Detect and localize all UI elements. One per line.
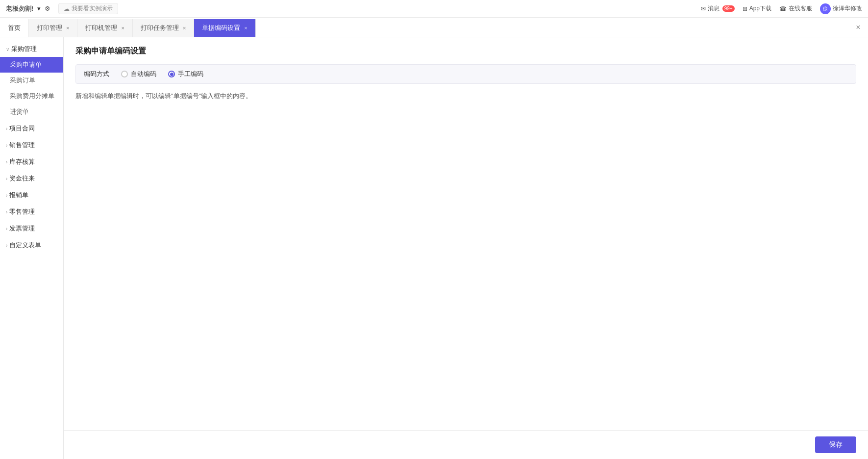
- radio-auto-label: 自动编码: [131, 70, 156, 78]
- content-footer: 保存: [64, 430, 868, 459]
- user-profile[interactable]: 徐 徐泽华修改: [820, 3, 862, 14]
- code-mode-label: 编码方式: [84, 70, 109, 78]
- sidebar-group-project: › 项目合同: [0, 121, 63, 136]
- radio-manual-code[interactable]: 手工编码: [168, 70, 203, 78]
- window-close-button[interactable]: ×: [848, 18, 868, 37]
- sidebar-group-purchase: ∨ 采购管理 采购申请单 采购订单 采购费用分摊单 进货单: [0, 41, 63, 120]
- top-bar-right: ✉ 消息 99+ ⊞ App下载 ☎ 在线客服 徐 徐泽华修改: [701, 3, 862, 14]
- sidebar-group-inventory-title[interactable]: › 库存核算: [0, 154, 63, 170]
- content-header: 采购申请单编码设置 编码方式 自动编码 手工编码: [64, 37, 868, 92]
- message-button[interactable]: ✉ 消息 99+: [701, 4, 735, 13]
- tab-print-task[interactable]: 打印任务管理 ×: [133, 19, 194, 37]
- page-title: 采购申请单编码设置: [75, 46, 856, 56]
- logo-dropdown[interactable]: ▾: [37, 5, 41, 12]
- chevron-right-icon: ›: [6, 193, 7, 198]
- sidebar-item-purchase-expense[interactable]: 采购费用分摊单: [0, 88, 63, 104]
- tab-print-task-close[interactable]: ×: [183, 25, 186, 31]
- sidebar-item-goods-receipt[interactable]: 进货单: [0, 104, 63, 120]
- tab-home[interactable]: 首页: [0, 19, 29, 37]
- app-logo: 老板勿割!: [6, 4, 33, 13]
- chevron-right-icon: ›: [6, 209, 7, 215]
- tab-print-mgmt[interactable]: 打印管理 ×: [29, 19, 77, 37]
- tab-bar: 首页 打印管理 × 打印机管理 × 打印任务管理 × 单据编码设置 × ×: [0, 18, 868, 37]
- save-button[interactable]: 保存: [815, 436, 856, 453]
- sidebar-group-project-title[interactable]: › 项目合同: [0, 121, 63, 136]
- content-spacer: [64, 101, 868, 430]
- tab-print-mgmt-label: 打印管理: [37, 24, 62, 32]
- tab-barcode-setting-close[interactable]: ×: [244, 25, 247, 31]
- top-bar-left: 老板勿割! ▾ ⚙ ☁ 我要看实例演示: [6, 3, 118, 14]
- sidebar-group-retail-title[interactable]: › 零售管理: [0, 204, 63, 220]
- chevron-down-icon: ∨: [6, 47, 9, 52]
- tab-print-mgmt-close[interactable]: ×: [66, 25, 69, 31]
- chevron-right-icon: ›: [6, 176, 7, 181]
- sidebar-group-invoice-title[interactable]: › 发票管理: [0, 221, 63, 236]
- sidebar-group-sales: › 销售管理: [0, 137, 63, 153]
- tab-printer-mgmt-label: 打印机管理: [85, 24, 117, 32]
- tab-barcode-setting-label: 单据编码设置: [202, 24, 240, 32]
- sidebar-item-purchase-request[interactable]: 采购申请单: [0, 57, 63, 73]
- settings-icon[interactable]: ⚙: [45, 5, 50, 12]
- content-area: 采购申请单编码设置 编码方式 自动编码 手工编码 新增和编辑单据编辑时，可以编辑…: [64, 37, 868, 459]
- tab-home-label: 首页: [8, 24, 21, 32]
- radio-manual-circle[interactable]: [168, 71, 175, 77]
- code-mode-row: 编码方式 自动编码 手工编码: [75, 64, 856, 84]
- chevron-right-icon: ›: [6, 159, 7, 165]
- main-layout: ∨ 采购管理 采购申请单 采购订单 采购费用分摊单 进货单 › 项目合同: [0, 37, 868, 459]
- service-button[interactable]: ☎ 在线客服: [779, 4, 812, 13]
- hint-text: 新增和编辑单据编辑时，可以编辑"单据编号"输入框中的内容。: [64, 92, 868, 101]
- service-icon: ☎: [779, 5, 787, 12]
- sidebar-group-returns: › 报销单: [0, 187, 63, 203]
- sidebar-group-returns-title[interactable]: › 报销单: [0, 187, 63, 203]
- sidebar-group-purchase-title[interactable]: ∨ 采购管理: [0, 41, 63, 57]
- chevron-right-icon: ›: [6, 243, 7, 248]
- message-icon: ✉: [701, 5, 706, 12]
- chevron-down-icon: ▾: [37, 5, 41, 12]
- radio-manual-label: 手工编码: [178, 70, 203, 78]
- tab-barcode-setting[interactable]: 单据编码设置 ×: [194, 19, 255, 37]
- chevron-right-icon: ›: [6, 143, 7, 148]
- sidebar-group-capital-title[interactable]: › 资金往来: [0, 171, 63, 186]
- chevron-right-icon: ›: [6, 126, 7, 131]
- sidebar-group-sales-title[interactable]: › 销售管理: [0, 137, 63, 153]
- chevron-right-icon: ›: [6, 226, 7, 231]
- tab-printer-mgmt-close[interactable]: ×: [121, 25, 124, 31]
- app-icon: ⊞: [743, 5, 747, 12]
- radio-auto-code[interactable]: 自动编码: [121, 70, 156, 78]
- tab-printer-mgmt[interactable]: 打印机管理 ×: [77, 19, 132, 37]
- cloud-icon: ☁: [64, 5, 70, 12]
- app-download-button[interactable]: ⊞ App下载: [743, 4, 771, 13]
- sidebar-group-custom-form-title[interactable]: › 自定义表单: [0, 237, 63, 253]
- top-bar: 老板勿割! ▾ ⚙ ☁ 我要看实例演示 ✉ 消息 99+ ⊞ App下载 ☎ 在…: [0, 0, 868, 18]
- sidebar-group-retail: › 零售管理: [0, 204, 63, 220]
- sidebar-item-purchase-order[interactable]: 采购订单: [0, 73, 63, 88]
- radio-auto-circle[interactable]: [121, 71, 128, 77]
- tab-print-task-label: 打印任务管理: [141, 24, 179, 32]
- avatar: 徐: [820, 3, 831, 14]
- sidebar-group-capital: › 资金往来: [0, 171, 63, 186]
- sidebar-group-inventory: › 库存核算: [0, 154, 63, 170]
- message-badge: 99+: [722, 5, 735, 12]
- sidebar-group-custom-form: › 自定义表单: [0, 237, 63, 253]
- sidebar: ∨ 采购管理 采购申请单 采购订单 采购费用分摊单 进货单 › 项目合同: [0, 37, 64, 459]
- sidebar-group-invoice: › 发票管理: [0, 221, 63, 236]
- top-search[interactable]: ☁ 我要看实例演示: [58, 3, 118, 14]
